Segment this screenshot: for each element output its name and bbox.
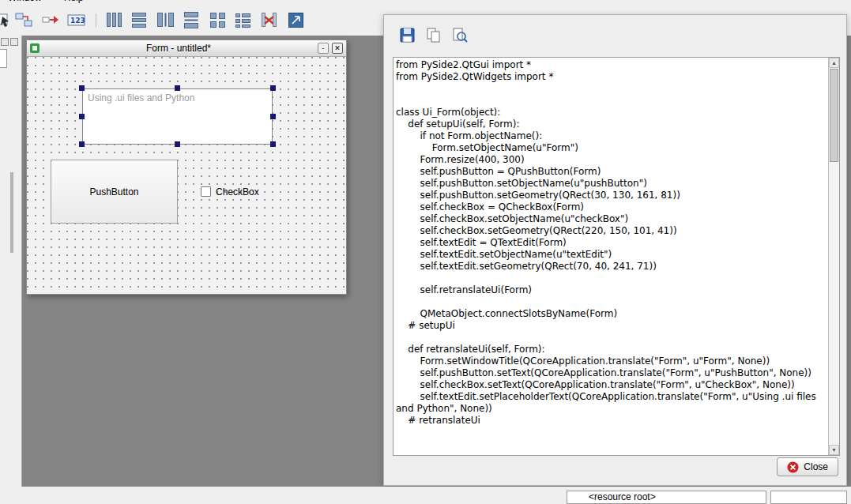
code-text[interactable]: from PySide2.QtGui import * from PySide2… — [396, 59, 827, 453]
selection-handle[interactable] — [79, 114, 85, 119]
selection-handle[interactable] — [270, 141, 276, 147]
copy-icon[interactable] — [424, 26, 443, 45]
qt-designer-screen: Window Help 123 — [0, 0, 851, 504]
adjust-size-icon[interactable] — [286, 10, 306, 30]
svg-text:123: 123 — [70, 17, 85, 24]
selection-handle[interactable] — [79, 85, 85, 91]
detach-icon[interactable] — [1, 38, 9, 46]
textedit-widget[interactable]: Using .ui files and Python — [82, 88, 273, 145]
form-designer-window: Form - untitled* - ✕ Using .ui files and… — [26, 39, 347, 295]
selection-handle[interactable] — [270, 114, 276, 119]
menu-window[interactable]: Window — [5, 0, 45, 3]
code-preview-dialog: from PySide2.QtGui import * from PySide2… — [383, 14, 847, 486]
form-canvas[interactable]: Using .ui files and Python PushButton Ch… — [27, 57, 346, 294]
layout-grid-icon[interactable] — [208, 10, 228, 30]
break-layout-icon[interactable] — [259, 10, 279, 30]
checkbox-indicator[interactable] — [201, 186, 211, 197]
form-window-icon — [30, 43, 40, 53]
pushbutton-widget[interactable]: PushButton — [51, 160, 178, 224]
splitter-vertical-icon[interactable] — [182, 10, 201, 30]
form-window-title: Form - untitled* — [43, 43, 314, 54]
menubar: Window Help — [5, 0, 86, 6]
form-window-titlebar[interactable]: Form - untitled* - ✕ — [27, 40, 346, 57]
widget-filter-input[interactable] — [0, 49, 7, 68]
checkbox-label: CheckBox — [216, 186, 259, 197]
menu-help[interactable]: Help — [61, 0, 87, 3]
toolbar-separator — [96, 13, 96, 28]
layout-vertical-icon[interactable] — [130, 10, 149, 30]
selection-handle[interactable] — [79, 141, 85, 147]
bottom-dock: <resource root> — [0, 487, 851, 504]
scroll-down-icon[interactable]: ▼ — [829, 445, 839, 455]
textedit-placeholder: Using .ui files and Python — [83, 89, 272, 107]
close-button[interactable]: Close — [777, 457, 838, 476]
close-icon[interactable] — [10, 38, 18, 46]
form-close-button[interactable]: ✕ — [332, 43, 343, 54]
selection-handle[interactable] — [175, 141, 180, 147]
widget-box-dock-edge — [0, 36, 22, 487]
resource-root-item[interactable]: <resource root> — [589, 491, 656, 502]
minimize-button[interactable]: - — [318, 43, 329, 54]
selection-handle[interactable] — [175, 85, 180, 91]
layout-horizontal-icon[interactable] — [104, 10, 124, 30]
edit-widgets-icon[interactable] — [0, 10, 13, 30]
splitter-horizontal-icon[interactable] — [156, 10, 175, 30]
close-circle-icon — [787, 461, 799, 473]
code-editor[interactable]: from PySide2.QtGui import * from PySide2… — [393, 57, 840, 456]
find-icon[interactable] — [450, 26, 469, 45]
resource-browser[interactable]: <resource root> — [567, 491, 766, 504]
edit-tab-order-icon[interactable]: 123 — [66, 10, 86, 30]
pushbutton-label: PushButton — [89, 186, 138, 197]
resource-detail-panel[interactable] — [770, 491, 847, 504]
scrollbar-thumb[interactable] — [830, 69, 838, 162]
vertical-scrollbar[interactable]: ▲ ▼ — [828, 58, 839, 455]
edit-signals-slots-icon[interactable] — [14, 10, 34, 30]
save-icon[interactable] — [398, 26, 417, 45]
layout-form-icon[interactable] — [233, 10, 253, 30]
selection-handle[interactable] — [270, 85, 276, 91]
edit-buddies-icon[interactable] — [41, 10, 61, 30]
code-dialog-toolbar — [398, 26, 469, 45]
close-button-label: Close — [804, 461, 828, 472]
dock-scrollbar[interactable] — [10, 172, 13, 253]
checkbox-widget[interactable]: CheckBox — [201, 175, 281, 208]
scroll-up-icon[interactable]: ▲ — [829, 58, 839, 68]
